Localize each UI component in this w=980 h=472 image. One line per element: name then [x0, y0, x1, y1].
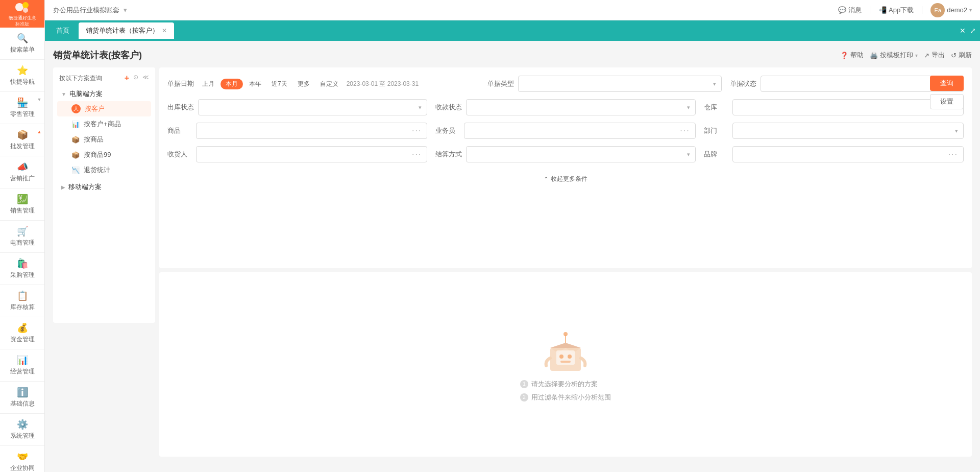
ecommerce-icon: 🛒 [17, 226, 28, 237]
download-button[interactable]: 📲 App下载 [878, 6, 914, 15]
sidebar-item-finance[interactable]: 💰 资金管理 [0, 317, 45, 349]
topbar-left: 办公用品行业模拟账套 ▾ [53, 6, 127, 15]
date-range-display: 2023-03-01 至 2023-03-31 [347, 80, 419, 88]
receiver-field: 收货人 ··· [167, 146, 427, 162]
wholesale-icon: 📦 [17, 129, 28, 140]
topbar-right: 💬 消息 📲 App下载 Ea demo2 ▾ [838, 3, 972, 17]
tree-item-by-goods99[interactable]: 📦 按商品99 [57, 147, 151, 162]
export-button[interactable]: ↗ 导出 [924, 51, 945, 60]
customer-goods-icon: 📊 [71, 121, 80, 128]
refresh-button[interactable]: ↺ 刷新 [951, 51, 972, 60]
empty-tips: 1 请先选择要分析的方案 2 用过滤条件来缩小分析范围 [520, 377, 611, 404]
search-icon: 🔍 [17, 33, 28, 44]
date-btn-7days[interactable]: 近7天 [267, 79, 291, 89]
dept-label: 部门 [704, 126, 728, 135]
tree-item-customer-goods[interactable]: 📊 按客户+商品 [57, 116, 151, 132]
tree-item-return-stat[interactable]: 📉 退货统计 [57, 162, 151, 178]
edit-scheme-icon[interactable]: ⊙ [133, 74, 138, 83]
date-btn-more[interactable]: 更多 [293, 79, 314, 89]
action-buttons: 查询 设置 [930, 76, 964, 109]
mobile-group-label: 移动端方案 [68, 182, 102, 192]
sidebar-item-shortcut[interactable]: ⭐ 快捷导航 [0, 60, 45, 92]
dept-chevron: ▾ [955, 128, 958, 134]
tab-close-icon[interactable]: ✕ [162, 27, 167, 34]
page-title: 销货单统计表(按客户) [53, 49, 142, 61]
date-btn-this-year[interactable]: 本年 [245, 79, 265, 89]
sidebar-item-sales[interactable]: 💹 销售管理 [0, 188, 45, 221]
print-icon: 🖨️ [870, 52, 878, 59]
sidebar-item-wholesale[interactable]: 📦 批发管理 ▲ [0, 124, 45, 156]
tab-sales-stat[interactable]: 销货单统计表（按客户） ✕ [79, 22, 174, 39]
date-btn-this-month[interactable]: 本月 [220, 79, 243, 89]
sidebar-item-ecommerce[interactable]: 🛒 电商管理 [0, 221, 45, 253]
goods99-icon: 📦 [71, 151, 80, 159]
warehouse-label: 仓库 [704, 103, 728, 112]
expand-arrow-active: ▲ [37, 129, 42, 134]
filter-row-1: 单据日期 上月 本月 本年 近7天 更多 自定义 2023-03-01 至 20… [167, 76, 964, 92]
tab-home[interactable]: 首页 [49, 22, 77, 39]
user-menu[interactable]: Ea demo2 ▾ [930, 3, 972, 17]
message-button[interactable]: 💬 消息 [838, 6, 862, 15]
print-button[interactable]: 🖨️ 按模板打印 ▾ [870, 51, 918, 60]
type-control[interactable]: ▾ [518, 76, 721, 92]
goods-control[interactable]: ··· [196, 123, 427, 139]
marketing-icon: 📣 [17, 161, 28, 173]
collapse-panel-icon[interactable]: ≪ [142, 74, 149, 83]
sales-icon: 💹 [17, 194, 28, 205]
sidebar-item-purchase[interactable]: 🛍️ 采购管理 [0, 253, 45, 285]
receiver-control[interactable]: ··· [196, 146, 427, 162]
sidebar-item-operation[interactable]: 📊 经营管理 [0, 349, 45, 382]
collapse-bar[interactable]: ⌃ 收起更多条件 [167, 172, 964, 186]
right-panel: 查询 设置 单据日期 上月 本月 本年 近7天 [159, 67, 972, 457]
return-icon: 📉 [71, 167, 80, 174]
sidebar-item-search[interactable]: 🔍 搜索菜单 [0, 28, 45, 60]
brand-control[interactable]: ··· [732, 146, 964, 162]
sidebar-item-cooperation[interactable]: 🤝 企业协同 [0, 446, 45, 472]
tabbar: 首页 销货单统计表（按客户） ✕ ✕ ⤢ [45, 20, 980, 41]
dept-field: 部门 ▾ [704, 123, 964, 139]
receipt-label: 收款状态 [435, 103, 462, 112]
sidebar-item-basic[interactable]: ℹ️ 基础信息 [0, 382, 45, 414]
account-selector-arrow[interactable]: ▾ [124, 6, 127, 14]
scheme-panel: 按以下方案查询 + ⊙ ≪ ▼ 电脑端方案 [53, 67, 155, 323]
type-label: 单据类型 [487, 79, 514, 88]
inventory-icon: 📋 [17, 290, 28, 301]
salesman-control[interactable]: ··· [464, 123, 695, 139]
help-button[interactable]: ❓ 帮助 [840, 51, 864, 60]
date-btn-custom[interactable]: 自定义 [316, 79, 342, 89]
tree-item-by-customer[interactable]: 人 按客户 [57, 101, 151, 116]
refresh-icon: ↺ [951, 52, 957, 59]
date-btn-last-month[interactable]: 上月 [198, 79, 218, 89]
filter-row-2: 出库状态 ▾ 收款状态 ▾ [167, 99, 964, 115]
brand-label: 品牌 [704, 150, 728, 159]
warehouse-control[interactable]: ··· [732, 99, 964, 115]
add-scheme-icon[interactable]: + [125, 74, 129, 83]
expand-icon[interactable]: ⤢ [970, 27, 976, 35]
sidebar-item-system[interactable]: ⚙️ 系统管理 [0, 414, 45, 446]
sidebar-item-retail[interactable]: 🏪 零售管理 ▼ [0, 92, 45, 124]
settlement-control[interactable]: ▾ [466, 146, 695, 162]
receiver-label: 收货人 [167, 150, 192, 159]
logo[interactable]: 畅捷通好生意 标准版 [0, 0, 45, 28]
print-arrow: ▾ [915, 53, 918, 58]
tree-group-mobile-header[interactable]: ▶ 移动端方案 [57, 180, 151, 194]
svg-point-5 [559, 355, 564, 359]
sidebar: 畅捷通好生意 标准版 🔍 搜索菜单 ⭐ 快捷导航 🏪 零售管理 ▼ 📦 批发管理… [0, 0, 45, 472]
sidebar-item-marketing[interactable]: 📣 营销推广 [0, 156, 45, 188]
tree-item-by-goods[interactable]: 📦 按商品 [57, 132, 151, 147]
scheme-panel-icons: + ⊙ ≪ [125, 74, 149, 83]
tree-group-desktop-header[interactable]: ▼ 电脑端方案 [57, 87, 151, 101]
minimize-icon[interactable]: ✕ [960, 27, 966, 35]
query-button[interactable]: 查询 [930, 76, 964, 91]
retail-icon: 🏪 [17, 97, 28, 108]
basic-icon: ℹ️ [17, 387, 28, 398]
out-status-field: 出库状态 ▾ [167, 99, 427, 115]
receipt-control[interactable]: ▾ [466, 99, 695, 115]
sidebar-item-inventory[interactable]: 📋 库存核算 [0, 285, 45, 317]
mobile-tree-arrow: ▶ [61, 184, 65, 190]
scheme-tree: ▼ 电脑端方案 人 按客户 📊 按客户+商品 [53, 87, 155, 194]
out-control[interactable]: ▾ [198, 99, 427, 115]
dept-control[interactable]: ▾ [732, 123, 964, 139]
status-field: 单据状态 ▾ [730, 76, 964, 92]
setting-button[interactable]: 设置 [930, 94, 964, 109]
